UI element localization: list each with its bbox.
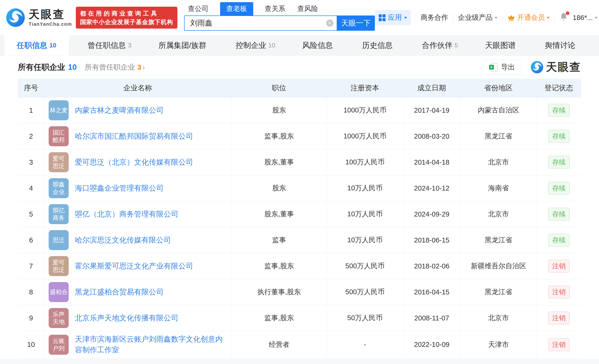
date-cell: 2018-06-15: [403, 227, 460, 253]
search-tab-2[interactable]: 查关系: [264, 2, 286, 16]
page-background-strip: [0, 359, 599, 364]
company-link[interactable]: 哈尔滨思泛文化传媒有限公司: [75, 235, 171, 245]
divider: [502, 13, 502, 22]
status-badge: 存续: [548, 104, 570, 117]
watermark-logo: 天眼查: [531, 60, 581, 75]
account-menu[interactable]: 186*...: [573, 14, 598, 22]
brand-logo[interactable]: 天眼查 TianYanCha.com: [6, 8, 72, 27]
tianyancha-page: 天眼查 TianYanCha.com 都在用的商业查询工具 国家中小企业发展子基…: [0, 0, 599, 364]
former-positions-link[interactable]: 所有曾任职企业 3 ›: [85, 62, 145, 72]
company-link[interactable]: 爱可思泛（北京）文化传媒有限公司: [75, 157, 193, 168]
brand-text: 天眼查 TianYanCha.com: [29, 8, 72, 26]
company-link[interactable]: 海口曌鑫企业管理有限公司: [75, 183, 164, 194]
search-tab-1[interactable]: 查老板: [220, 2, 253, 16]
table-body: 1 林之麦 内蒙古林之麦啤酒有限公司 股东 1000万人民币 2017-04-1…: [18, 97, 581, 358]
company-logo: 思泛: [49, 230, 69, 250]
watermark-text: 天眼查: [546, 60, 581, 75]
province-cell: 海南省: [460, 175, 537, 201]
apps-label: 应用: [388, 13, 402, 22]
main-tab-8[interactable]: 舆情讨论: [537, 35, 586, 56]
company-link[interactable]: 北京乐声天地文化传播有限公司: [75, 313, 178, 323]
table-row: 9 乐声 天地 北京乐声天地文化传播有限公司 监事,股东 50万人民币 2008…: [18, 305, 581, 331]
vip-upgrade-menu[interactable]: 开通会员: [507, 13, 550, 22]
position-cell: 监事,股东: [231, 305, 327, 331]
company-cell: 盛柏合 黑龙江盛柏合贸易有限公司: [44, 279, 231, 305]
table-row: 8 盛柏合 黑龙江盛柏合贸易有限公司 执行董事,股东 500万人民币 2016-…: [18, 279, 581, 305]
clear-icon[interactable]: ✕: [326, 19, 333, 27]
main-tabs: 任职信息10曾任职信息3所属集团/族群控制企业10风险信息历史信息合作伙伴5天眼…: [0, 35, 599, 56]
main-tab-6[interactable]: 合作伙伴5: [414, 35, 466, 56]
position-cell: 监事,股东: [231, 253, 327, 279]
notifications-bell[interactable]: [559, 12, 568, 23]
table-row: 7 爱可 思泛 霍尔果斯爱可思泛文化产业有限公司 监事,股东 500万人民币 2…: [18, 253, 581, 279]
province-cell: 北京市: [460, 305, 537, 331]
company-link[interactable]: 天津市滨海新区云账户刘雨鑫数字文化创意内容制作工作室: [75, 334, 229, 356]
date-cell: 2017-04-19: [403, 97, 460, 123]
capital-cell: 10万人民币: [327, 201, 403, 227]
company-logo: 国汇 酷邦: [49, 126, 69, 146]
table-row: 10 云账 户刘 天津市滨海新区云账户刘雨鑫数字文化创意内容制作工作室 经营者 …: [18, 331, 581, 358]
main-tab-1[interactable]: 曾任职信息3: [80, 35, 140, 56]
status-cell: 存续: [537, 201, 581, 227]
main-tab-7[interactable]: 天眼图谱: [477, 35, 526, 56]
column-header-5: 省份地区: [460, 83, 537, 93]
position-cell: 股东,董事: [231, 149, 327, 175]
search-button[interactable]: 天眼一下: [337, 16, 375, 31]
date-cell: 2008-11-07: [403, 305, 460, 331]
main-tab-0[interactable]: 任职信息10: [4, 35, 69, 56]
main-tab-2[interactable]: 所属集团/族群: [150, 35, 217, 56]
capital-cell: 500万人民币: [327, 279, 403, 305]
company-cell: 乐声 天地 北京乐声天地文化传播有限公司: [44, 305, 231, 331]
date-cell: 2022-10-09: [403, 331, 460, 358]
account-phone: 186*...: [573, 14, 593, 22]
status-badge: 注销: [548, 338, 570, 351]
search-tab-0[interactable]: 查公司: [187, 2, 209, 16]
notification-dot: [566, 11, 569, 15]
company-link[interactable]: 霍尔果斯爱可思泛文化产业有限公司: [75, 261, 193, 271]
company-link[interactable]: 内蒙古林之麦啤酒有限公司: [75, 105, 164, 116]
position-cell: 股东: [231, 97, 327, 123]
main-tab-5[interactable]: 历史信息: [354, 35, 403, 56]
company-logo: 乐声 天地: [49, 308, 69, 328]
company-cell: 曌亿 商务 曌亿（北京）商务管理有限公司: [44, 201, 231, 227]
main-tab-3[interactable]: 控制企业10: [228, 35, 283, 56]
position-cell: 经营者: [231, 331, 327, 358]
table-row: 3 爱可 思泛 爱可思泛（北京）文化传媒有限公司 股东,董事 100万人民币 2…: [18, 149, 581, 175]
promo-line-1: 都在用的商业查询工具: [80, 9, 173, 18]
search-tab-3[interactable]: 查风险: [297, 2, 318, 16]
position-cell: 股东,董事: [231, 201, 327, 227]
enterprise-products-menu[interactable]: 企业级产品: [458, 13, 497, 22]
company-link[interactable]: 黑龙江盛柏合贸易有限公司: [75, 287, 164, 297]
company-cell: 曌鑫 企业 海口曌鑫企业管理有限公司: [44, 175, 231, 201]
company-link[interactable]: 曌亿（北京）商务管理有限公司: [75, 209, 178, 220]
company-logo: 曌鑫 企业: [49, 178, 69, 198]
section-actions: X 导出 天眼查: [483, 59, 581, 75]
export-button[interactable]: X 导出: [483, 59, 521, 75]
company-logo: 曌亿 商务: [49, 204, 69, 224]
row-index: 3: [18, 149, 44, 175]
company-link[interactable]: 哈尔滨市国汇酷邦国际贸易有限公司: [75, 131, 193, 142]
status-badge: 存续: [548, 208, 570, 220]
position-cell: 股东: [231, 175, 327, 201]
search-input[interactable]: [184, 16, 337, 31]
row-index: 6: [18, 227, 44, 253]
capital-cell: 1000万人民币: [327, 123, 403, 149]
tianyancha-swirl-icon: [6, 8, 25, 27]
main-tab-4[interactable]: 风险信息: [294, 35, 343, 56]
row-index: 10: [18, 331, 44, 358]
status-cell: 存续: [537, 175, 581, 201]
apps-menu[interactable]: 应用: [375, 10, 411, 25]
position-cell: 监事: [231, 227, 327, 253]
column-header-2: 职位: [231, 83, 327, 93]
company-cell: 爱可 思泛 爱可思泛（北京）文化传媒有限公司: [44, 149, 231, 175]
company-cell: 思泛 哈尔滨思泛文化传媒有限公司: [44, 227, 231, 253]
capital-cell: -: [327, 331, 403, 358]
search-row: ✕ 天眼一下: [184, 16, 375, 31]
business-cooperation-link[interactable]: 商务合作: [421, 13, 448, 22]
divider: [416, 13, 416, 22]
date-cell: 2024-09-29: [403, 201, 460, 227]
row-index: 8: [18, 279, 44, 305]
section-title: 所有任职企业: [18, 62, 65, 73]
excel-icon: X: [489, 63, 498, 71]
chevron-down-icon: [404, 17, 407, 20]
